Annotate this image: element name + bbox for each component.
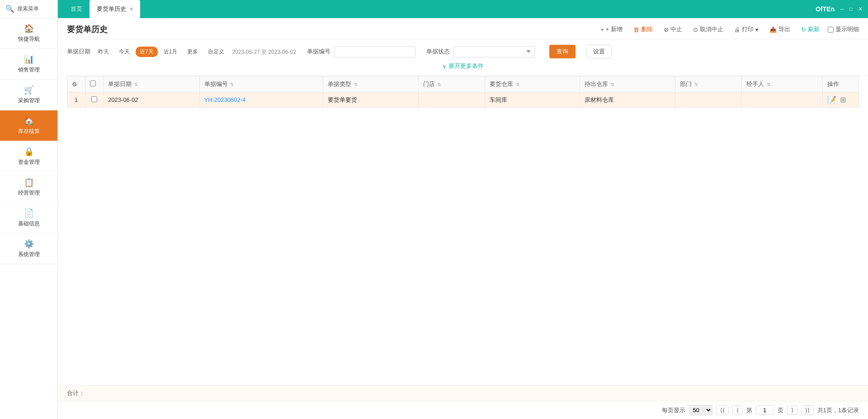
summary-label: 合计：	[67, 390, 85, 396]
stop-button[interactable]: ⊘ 中止	[661, 24, 685, 35]
select-all-checkbox[interactable]	[90, 81, 96, 86]
table-area: ⚙ 单据日期 ⇅ 单据编号 ⇅ 单据类型 ⇅	[58, 76, 868, 385]
page-content: 要货单历史 + + 新增 🗑 删除 ⊘ 中止 ⊙ 取消中止	[58, 18, 868, 419]
col-store-label: 门店	[423, 81, 435, 87]
doc-number-input[interactable]	[334, 46, 415, 57]
sort-req-wh-icon: ⇅	[516, 82, 519, 87]
print-icon: 🖨	[734, 26, 740, 33]
total-info: 共1页，1条记录	[817, 406, 859, 414]
sort-store-icon: ⇅	[437, 82, 441, 87]
row-num: 1	[67, 92, 85, 108]
tab-requisition-history-label: 要货单历史	[97, 5, 126, 13]
first-page-button[interactable]: ⟨⟨	[716, 405, 729, 415]
col-req-warehouse-header[interactable]: 要货仓库 ⇅	[485, 76, 580, 92]
col-date-header[interactable]: 单据日期 ⇅	[104, 76, 200, 92]
col-pending-warehouse-label: 待出仓库	[585, 81, 608, 87]
print-button[interactable]: 🖨 打印 ▾	[731, 24, 761, 35]
close-window-icon[interactable]: ✕	[858, 6, 863, 12]
row-docno-link[interactable]: YH-20230602-4	[204, 96, 246, 103]
edit-icon[interactable]: 📝	[827, 95, 836, 104]
settings-button[interactable]: 设置	[586, 45, 612, 58]
table-footer: 合计：	[58, 385, 868, 401]
tab-requisition-history[interactable]: 要货单历史 ×	[90, 0, 140, 18]
col-handler-label: 经手人	[746, 81, 764, 87]
page-number-input[interactable]	[756, 405, 774, 415]
status-filter-group: 单据状态	[426, 46, 538, 57]
tab-home[interactable]: 首页	[63, 0, 90, 18]
last-page-button[interactable]: ⟩⟩	[801, 405, 814, 415]
col-date-label: 单据日期	[108, 81, 132, 87]
col-checkbox-header[interactable]	[85, 76, 104, 92]
tab-close-icon[interactable]: ×	[130, 6, 133, 12]
doc-number-filter-group: 单据编号	[307, 46, 415, 57]
col-settings[interactable]: ⚙	[67, 76, 85, 92]
show-detail-input[interactable]	[828, 27, 834, 33]
row-select-checkbox[interactable]	[91, 96, 97, 102]
date-last-month-btn[interactable]: 近1月	[160, 47, 182, 57]
row-checkbox[interactable]	[85, 92, 104, 108]
search-menu-label: 搜索菜单	[17, 5, 39, 13]
col-store-header[interactable]: 门店 ⇅	[418, 76, 485, 92]
col-docno-header[interactable]: 单据编号 ⇅	[199, 76, 323, 92]
maximize-icon[interactable]: □	[849, 6, 853, 12]
cancel-stop-icon: ⊙	[693, 26, 698, 33]
sidebar-item-finance[interactable]: 🔒 资金管理	[0, 141, 57, 172]
prev-page-button[interactable]: ⟨	[732, 405, 743, 415]
date-yesterday-btn[interactable]: 昨天	[94, 47, 113, 57]
sidebar-item-basic[interactable]: 📄 基础信息	[0, 203, 57, 233]
page-size-select[interactable]: 10 20 50 100	[689, 405, 712, 415]
sort-date-icon: ⇅	[134, 82, 138, 87]
date-more-btn[interactable]: 更多	[183, 47, 202, 57]
table-header-row: ⚙ 单据日期 ⇅ 单据编号 ⇅ 单据类型 ⇅	[67, 76, 859, 92]
status-select[interactable]	[453, 46, 535, 57]
sidebar-item-purchase[interactable]: 🛒 采购管理	[0, 80, 57, 110]
date-custom-btn[interactable]: 自定义	[204, 47, 228, 57]
topbar-right: OfTEn ─ □ ✕	[816, 5, 863, 13]
sidebar-item-operation[interactable]: 📋 经营管理	[0, 172, 57, 203]
cancel-stop-button[interactable]: ⊙ 取消中止	[690, 24, 726, 35]
show-detail-label: 显示明细	[835, 25, 859, 33]
gear-icon: ⚙️	[24, 239, 34, 249]
expand-more-btn[interactable]: ∨ 展开更多条件	[67, 62, 859, 70]
status-label: 单据状态	[426, 48, 450, 56]
col-dept-header[interactable]: 部门 ⇅	[675, 76, 741, 92]
new-label: + 新增	[606, 25, 623, 33]
cancel-stop-label: 取消中止	[700, 25, 723, 33]
sidebar-item-label: 基础信息	[18, 220, 40, 228]
delete-row-icon[interactable]: ⊞	[840, 95, 846, 104]
col-handler-header[interactable]: 经手人 ⇅	[742, 76, 823, 92]
data-table: ⚙ 单据日期 ⇅ 单据编号 ⇅ 单据类型 ⇅	[67, 76, 859, 108]
page-size-label: 每页显示	[662, 406, 685, 414]
sidebar-item-label: 采购管理	[18, 97, 40, 105]
filter-row-1: 单据日期 昨天 今天 近7天 近1月 更多 自定义 2023-05-27 至 2…	[67, 45, 859, 58]
delete-button[interactable]: 🗑 删除	[631, 24, 656, 35]
date-today-btn[interactable]: 今天	[115, 47, 134, 57]
col-doctype-header[interactable]: 单据类型 ⇅	[323, 76, 418, 92]
refresh-button[interactable]: ↻ 刷新	[798, 24, 822, 35]
sidebar-item-sales[interactable]: 📊 销售管理	[0, 49, 57, 80]
next-page-button[interactable]: ⟩	[787, 405, 797, 415]
row-doctype: 要货单要货	[323, 92, 418, 108]
query-button[interactable]: 查询	[549, 45, 576, 58]
minimize-icon[interactable]: ─	[840, 6, 844, 12]
date-filter-group: 单据日期 昨天 今天 近7天 近1月 更多 自定义 2023-05-27 至 2…	[67, 47, 296, 57]
new-button[interactable]: + + 新增	[598, 24, 625, 35]
row-docno[interactable]: YH-20230602-4	[199, 92, 323, 108]
brand-label: OfTEn	[816, 5, 835, 13]
row-req-warehouse: 车间库	[485, 92, 580, 108]
sidebar-item-label: 经营管理	[18, 189, 40, 197]
sidebar-item-inventory[interactable]: 🏠 库存核算	[0, 110, 57, 141]
col-pending-warehouse-header[interactable]: 待出仓库 ⇅	[580, 76, 675, 92]
page-header: 要货单历史 + + 新增 🗑 删除 ⊘ 中止 ⊙ 取消中止	[58, 18, 868, 39]
sidebar-item-quick-nav[interactable]: 🏠 快捷导航	[0, 18, 57, 49]
sidebar: 🔍 搜索菜单 🏠 快捷导航 📊 销售管理 🛒 采购管理 🏠 库存核算 🔒 资金管…	[0, 0, 58, 419]
search-menu[interactable]: 🔍 搜索菜单	[0, 0, 57, 18]
export-button[interactable]: 📤 导出	[767, 24, 793, 35]
sidebar-item-system[interactable]: ⚙️ 系统管理	[0, 233, 57, 264]
show-detail-checkbox[interactable]: 显示明细	[828, 25, 859, 33]
print-dropdown-icon: ▾	[755, 26, 759, 33]
col-docno-label: 单据编号	[204, 81, 228, 87]
date-last7-btn[interactable]: 近7天	[136, 47, 158, 57]
print-label: 打印	[742, 25, 754, 33]
refresh-icon: ↻	[801, 26, 806, 33]
